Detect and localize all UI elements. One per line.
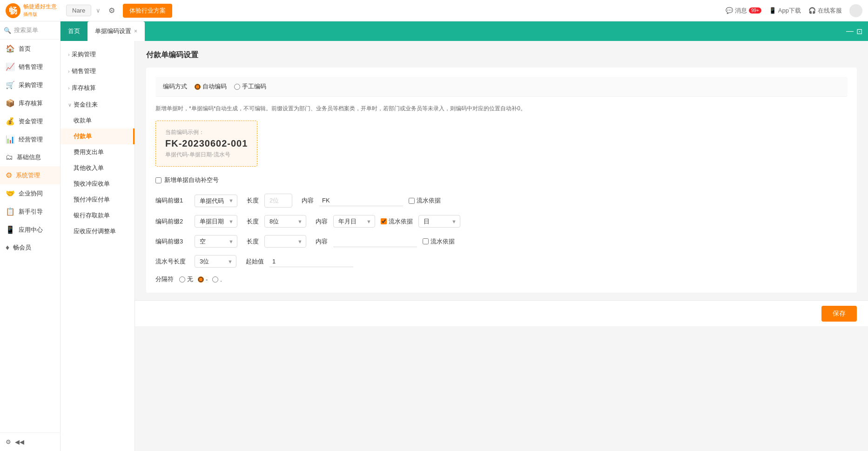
sep-dot-radio[interactable] [212, 276, 218, 283]
sub-group-title-capital[interactable]: ∨ 资金往来 [61, 97, 135, 113]
tab-encode-setting[interactable]: 单据编码设置 × [87, 21, 145, 41]
trial-btn[interactable]: 体验行业方案 [123, 4, 172, 18]
sub-group-sales: › 销售管理 [61, 63, 135, 79]
sub-group-label: 资金往来 [74, 101, 98, 109]
config-row-3: 编码前缀3 单据代码 单据日期 空 部门 业务员 ▼ 长度 [155, 235, 848, 248]
sidebar-item-label: 采购管理 [19, 81, 43, 89]
sidebar-item-appcenter[interactable]: 📱 应用中心 [0, 221, 60, 239]
sidebar-item-guide[interactable]: 📋 新手引导 [0, 202, 60, 221]
sub-group-inventory: › 库存核算 [61, 80, 135, 96]
sidebar-item-sales[interactable]: 📈 销售管理 [0, 58, 60, 76]
sep-none-radio[interactable] [179, 276, 185, 283]
sidebar-item-enterprise[interactable]: 🤝 企业协同 [0, 184, 60, 202]
company-selector[interactable]: Nare [66, 5, 91, 16]
sub-group-title-sales[interactable]: › 销售管理 [61, 63, 135, 79]
start-value-label: 起始值 [246, 257, 264, 266]
sidebar-item-base[interactable]: 🗂 基础信息 [0, 148, 60, 166]
sep-dash-radio[interactable] [198, 276, 204, 283]
settings-icon[interactable]: ⚙ [105, 4, 118, 17]
row2-length-select[interactable]: 4位 6位 8位 [264, 215, 306, 228]
row2-serial-label: 流水依据 [389, 217, 413, 226]
bottom-bar: 保存 [135, 300, 868, 326]
row3-length-select[interactable] [264, 235, 306, 248]
sub-item-advance-pay[interactable]: 预付冲应付单 [61, 192, 135, 208]
sidebar-item-label: 企业协同 [19, 189, 43, 198]
row2-content-select[interactable]: 年月日 年月 年 [333, 215, 375, 228]
sidebar-item-label: 经营管理 [19, 135, 43, 144]
row3-length-label: 长度 [247, 237, 259, 246]
sidebar-item-business[interactable]: 📊 经营管理 [0, 130, 60, 148]
row2-prefix-select[interactable]: 单据代码 单据日期 空 部门 业务员 [195, 215, 237, 228]
message-btn[interactable]: 💬 消息 99+ [726, 7, 761, 15]
sidebar-item-member[interactable]: ♦ 畅会员 [0, 239, 60, 256]
manual-encode-option[interactable]: 手工编码 [234, 82, 266, 91]
sub-item-expense[interactable]: 费用支出单 [61, 144, 135, 160]
tab-close-icon[interactable]: × [134, 28, 137, 34]
row1-serial-checkbox[interactable] [409, 198, 415, 204]
manual-encode-radio[interactable] [234, 84, 240, 90]
start-value-input[interactable] [269, 256, 353, 267]
tab-home[interactable]: 首页 [61, 21, 87, 41]
auto-encode-radio[interactable] [195, 84, 201, 90]
sub-item-advance-recv[interactable]: 预收冲应收单 [61, 176, 135, 192]
maximize-icon[interactable]: ⊡ [856, 27, 862, 36]
save-button[interactable]: 保存 [821, 306, 857, 322]
sub-item-other-income[interactable]: 其他收入单 [61, 160, 135, 176]
sub-item-payment[interactable]: 付款单 [61, 128, 135, 144]
row3-prefix-select[interactable]: 单据代码 单据日期 空 部门 业务员 [195, 235, 237, 248]
row2-unit-select[interactable]: 日 月 年 [418, 215, 460, 228]
auto-fill-label: 新增单据自动补空号 [164, 176, 219, 184]
sub-group-label: 采购管理 [72, 50, 96, 59]
sidebar-item-label: 应用中心 [19, 226, 43, 234]
page-content: 付款单编码设置 编码方式 自动编码 手工编码 [135, 41, 868, 451]
service-btn[interactable]: 🎧 在线客服 [808, 7, 842, 15]
example-label: 当前编码示例： [165, 128, 248, 136]
row2-serial-checkbox[interactable] [381, 218, 387, 224]
example-code: FK-20230602-001 [165, 138, 248, 149]
arrow-capital: ∨ [68, 102, 72, 108]
enterprise-icon: 🤝 [6, 189, 15, 198]
sidebar-item-system[interactable]: ⚙ 系统管理 [0, 166, 60, 184]
home-icon: 🏠 [6, 44, 15, 53]
row1-prefix-select-wrap: 单据代码 单据日期 空 部门 业务员 ▼ [195, 195, 237, 207]
sidebar-item-finance[interactable]: 💰 资金管理 [0, 112, 60, 130]
sub-group-title-inventory[interactable]: › 库存核算 [61, 80, 135, 96]
company-dropdown-icon[interactable]: ∨ [96, 7, 101, 14]
row1-label: 编码前缀1 [155, 196, 189, 205]
sub-group-title-purchase[interactable]: › 采购管理 [61, 47, 135, 62]
sidebar-item-purchase[interactable]: 🛒 采购管理 [0, 76, 60, 94]
row1-length-label: 长度 [247, 196, 259, 205]
sidebar-item-label: 系统管理 [16, 171, 40, 180]
auto-encode-label: 自动编码 [202, 82, 227, 91]
sep-none-option[interactable]: 无 [179, 275, 193, 283]
row1-content-input[interactable] [319, 195, 403, 206]
sep-dash-label: - [206, 276, 208, 283]
sep-dash-option[interactable]: - [198, 276, 208, 283]
row1-prefix-select[interactable]: 单据代码 单据日期 空 部门 业务员 [195, 195, 237, 207]
manual-encode-label: 手工编码 [242, 82, 266, 91]
auto-encode-option[interactable]: 自动编码 [195, 82, 227, 91]
sidebar-item-home[interactable]: 🏠 首页 [0, 40, 60, 58]
serial-length-select-wrap: 1位 2位 3位 4位 ▼ [195, 255, 236, 268]
config-row-1: 编码前缀1 单据代码 单据日期 空 部门 业务员 ▼ 长度 [155, 194, 848, 208]
main: 首页 单据编码设置 × — ⊡ › 采购管理 [61, 21, 868, 451]
sub-item-receipt[interactable]: 收款单 [61, 113, 135, 128]
sep-dot-option[interactable]: . [212, 276, 222, 283]
row3-content-input[interactable] [333, 236, 417, 247]
app-download-btn[interactable]: 📱 App下载 [769, 7, 801, 15]
row3-serial-checkbox[interactable] [423, 238, 429, 244]
sidebar: 🔍 搜索菜单 🏠 首页 📈 销售管理 🛒 采购管理 📦 库存核算 💰 资金管理 … [0, 21, 61, 451]
search-menu[interactable]: 🔍 搜索菜单 [0, 21, 60, 40]
auto-fill-checkbox[interactable] [155, 177, 161, 183]
avatar[interactable] [849, 4, 862, 17]
search-icon: 🔍 [4, 27, 11, 34]
settings-bottom-icon[interactable]: ⚙ [6, 438, 11, 445]
sub-group-label: 库存核算 [72, 84, 96, 92]
serial-length-select[interactable]: 1位 2位 3位 4位 [195, 255, 236, 268]
sub-item-bank-deposit[interactable]: 银行存取款单 [61, 208, 135, 223]
minimize-icon[interactable]: — [846, 27, 854, 36]
collapse-icon[interactable]: ◀◀ [15, 438, 24, 445]
sidebar-item-inventory[interactable]: 📦 库存核算 [0, 94, 60, 112]
sub-item-ar-adjust[interactable]: 应收应付调整单 [61, 223, 135, 239]
page-title: 付款单编码设置 [146, 50, 857, 60]
